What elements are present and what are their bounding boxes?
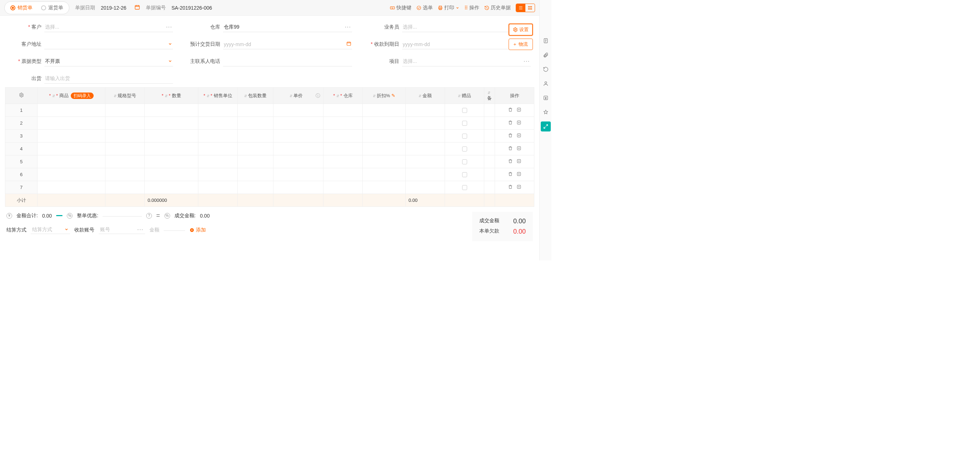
delete-row-button[interactable] bbox=[508, 159, 513, 165]
rail-user-icon[interactable] bbox=[541, 79, 551, 89]
cell-qty[interactable] bbox=[145, 130, 198, 143]
delete-row-button[interactable] bbox=[508, 107, 513, 113]
cell-price[interactable] bbox=[274, 130, 323, 143]
table-row[interactable]: 1 bbox=[5, 104, 534, 117]
cell-price[interactable] bbox=[274, 143, 323, 155]
col-pack[interactable]: ⇵包装数量 bbox=[238, 87, 274, 104]
tab-sales-order[interactable]: 销货单 bbox=[7, 3, 36, 13]
add-row-button[interactable] bbox=[517, 171, 522, 178]
chevron-down-icon[interactable] bbox=[168, 59, 172, 64]
cell-product[interactable] bbox=[38, 181, 105, 194]
cell-remark[interactable] bbox=[484, 117, 495, 130]
cell-remark[interactable] bbox=[484, 130, 495, 143]
add-row-button[interactable] bbox=[517, 184, 522, 190]
cell-price[interactable] bbox=[274, 168, 323, 181]
more-icon[interactable]: ··· bbox=[166, 24, 173, 30]
cell-product[interactable] bbox=[38, 104, 105, 117]
warehouse-select[interactable]: 仓库99 ··· bbox=[223, 22, 352, 32]
cell-price[interactable] bbox=[274, 117, 323, 130]
cell-remark[interactable] bbox=[484, 143, 495, 155]
cell-discount[interactable] bbox=[363, 104, 406, 117]
delete-row-button[interactable] bbox=[508, 171, 513, 178]
cell-amount[interactable] bbox=[406, 104, 445, 117]
cell-price[interactable] bbox=[274, 155, 323, 168]
col-unit[interactable]: ⇵销售单位 bbox=[198, 87, 238, 104]
table-row[interactable]: 6 bbox=[5, 168, 534, 181]
col-price[interactable]: ⇵单价ⓘ bbox=[274, 87, 323, 104]
table-row[interactable]: 4 bbox=[5, 143, 534, 155]
gift-checkbox[interactable] bbox=[462, 121, 467, 126]
tab-return-order[interactable]: 退货单 bbox=[38, 3, 67, 13]
col-remark[interactable]: ⇵备 bbox=[484, 87, 495, 104]
cell-pack[interactable] bbox=[238, 168, 274, 181]
doc-date-value[interactable]: 2019-12-26 bbox=[101, 5, 127, 11]
delete-row-button[interactable] bbox=[508, 184, 513, 190]
address-select[interactable] bbox=[44, 39, 173, 49]
cell-remark[interactable] bbox=[484, 155, 495, 168]
cell-amount[interactable] bbox=[406, 168, 445, 181]
expdate-input[interactable]: yyyy-mm-dd bbox=[223, 39, 352, 49]
account-select[interactable]: 账号 ··· bbox=[99, 226, 145, 234]
cell-gift[interactable] bbox=[445, 117, 484, 130]
view-list-button[interactable] bbox=[516, 4, 525, 12]
rail-expand-icon[interactable] bbox=[541, 122, 551, 132]
cell-spec[interactable] bbox=[105, 155, 145, 168]
cell-discount[interactable] bbox=[363, 168, 406, 181]
cell-product[interactable] bbox=[38, 155, 105, 168]
cell-discount[interactable] bbox=[363, 130, 406, 143]
cell-qty[interactable] bbox=[145, 104, 198, 117]
cell-unit[interactable] bbox=[198, 117, 238, 130]
cell-remark[interactable] bbox=[484, 168, 495, 181]
cell-product[interactable] bbox=[38, 168, 105, 181]
add-row-button[interactable] bbox=[517, 107, 522, 113]
cell-pack[interactable] bbox=[238, 130, 274, 143]
cell-qty[interactable] bbox=[145, 155, 198, 168]
cell-spec[interactable] bbox=[105, 168, 145, 181]
gift-checkbox[interactable] bbox=[462, 159, 467, 164]
rail-star-icon[interactable] bbox=[541, 107, 551, 117]
chevron-down-icon[interactable] bbox=[168, 41, 172, 47]
rail-attachment-icon[interactable] bbox=[541, 50, 551, 60]
cell-unit[interactable] bbox=[198, 130, 238, 143]
invoice-select[interactable]: 不开票 bbox=[44, 56, 173, 67]
cell-remark[interactable] bbox=[484, 181, 495, 194]
cell-qty[interactable] bbox=[145, 117, 198, 130]
cell-amount[interactable] bbox=[406, 117, 445, 130]
gift-checkbox[interactable] bbox=[462, 185, 467, 190]
cell-warehouse[interactable] bbox=[323, 181, 363, 194]
gift-checkbox[interactable] bbox=[462, 133, 467, 139]
cell-gift[interactable] bbox=[445, 155, 484, 168]
view-grid-button[interactable] bbox=[525, 4, 535, 12]
settings-button[interactable]: 设置 bbox=[509, 24, 533, 36]
col-spec[interactable]: ⇵规格型号 bbox=[105, 87, 145, 104]
cell-gift[interactable] bbox=[445, 168, 484, 181]
gift-checkbox[interactable] bbox=[462, 108, 467, 113]
more-icon[interactable]: ··· bbox=[345, 24, 351, 30]
cell-qty[interactable] bbox=[145, 168, 198, 181]
cell-discount[interactable] bbox=[363, 143, 406, 155]
history-button[interactable]: 历史单据 bbox=[484, 5, 511, 11]
pick-order-button[interactable]: 选单 bbox=[416, 5, 433, 11]
cell-pack[interactable] bbox=[238, 155, 274, 168]
delete-row-button[interactable] bbox=[508, 146, 513, 152]
shortcut-button[interactable]: 快捷键 bbox=[390, 5, 411, 11]
cell-spec[interactable] bbox=[105, 104, 145, 117]
cell-discount[interactable] bbox=[363, 117, 406, 130]
cell-gift[interactable] bbox=[445, 143, 484, 155]
gift-checkbox[interactable] bbox=[462, 172, 467, 177]
cell-amount[interactable] bbox=[406, 143, 445, 155]
scan-entry-badge[interactable]: 扫码录入 bbox=[71, 92, 94, 99]
cell-pack[interactable] bbox=[238, 117, 274, 130]
shipment-input[interactable]: 请输入出货 bbox=[44, 74, 173, 84]
cell-price[interactable] bbox=[274, 181, 323, 194]
table-row[interactable]: 3 bbox=[5, 130, 534, 143]
cell-remark[interactable] bbox=[484, 104, 495, 117]
cell-gift[interactable] bbox=[445, 130, 484, 143]
cell-amount[interactable] bbox=[406, 130, 445, 143]
help-icon[interactable]: ? bbox=[146, 213, 152, 219]
table-row[interactable]: 7 bbox=[5, 181, 534, 194]
cell-pack[interactable] bbox=[238, 143, 274, 155]
add-row-button[interactable] bbox=[517, 146, 522, 152]
edit-icon[interactable]: ✎ bbox=[391, 93, 395, 98]
calendar-icon[interactable] bbox=[134, 4, 140, 11]
